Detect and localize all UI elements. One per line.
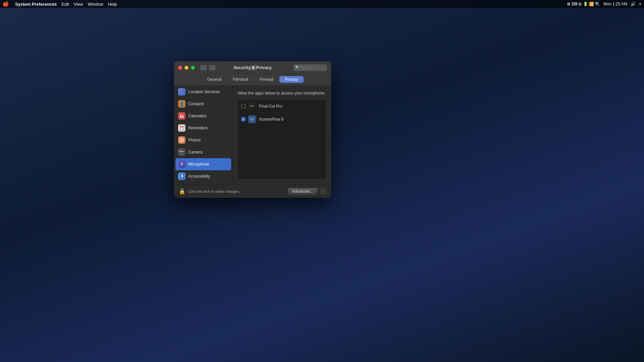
app-item-screenflow-8[interactable]: ✓ SF ScreenFlow 8 [238,113,326,126]
menubar-left: 🍎 System Preferences Edit View Window He… [3,1,117,7]
traffic-lights [178,66,195,70]
lock-icon[interactable]: 🔒 [179,188,185,194]
content-area: 📍 Location Services 👤 Contacts 📅 Calenda… [174,86,331,184]
sidebar-item-reminders[interactable]: ⏰ Reminders [174,122,232,134]
sidebar-label-camera: Camera [188,150,203,155]
menu-view[interactable]: View [74,2,83,7]
menubar-time: Mon 1:25 AM [603,2,627,6]
sidebar-label-location-services: Location Services [188,89,220,94]
main-panel: Allow the apps below to access your micr… [233,86,331,184]
microphone-icon: 🎙 [178,161,185,168]
screenflow-8-icon: SF [248,115,256,123]
sidebar-item-calendars[interactable]: 📅 Calendars [174,110,232,122]
sidebar-label-contacts: Contacts [188,102,204,106]
help-button[interactable]: ? [320,188,326,194]
search-wrapper: 🔍 [293,64,327,71]
reminders-icon: ⏰ [178,124,185,132]
menubar-right: 🖥 ⌨ ⊞ 🔋 📶 🔍 Mon 1:25 AM 🔊 ≡ [567,2,641,6]
sidebar-item-contacts[interactable]: 👤 Contacts [174,98,232,110]
app-checkbox-final-cut-pro[interactable] [241,104,246,108]
menubar-menu-extras[interactable]: ≡ [639,2,641,6]
contacts-icon: 👤 [178,100,185,108]
lock-text: Click the lock to make changes. [188,189,288,193]
sidebar-item-camera[interactable]: 📷 Camera [174,146,232,158]
final-cut-pro-icon [248,102,256,110]
tab-privacy[interactable]: Privacy [279,76,303,83]
search-icon: 🔍 [295,65,300,70]
menu-window[interactable]: Window [88,2,103,7]
sidebar-label-photos: Photos [188,138,201,142]
forward-button[interactable]: › [209,65,216,70]
tab-general[interactable]: General [202,76,227,83]
back-icon: ‹ [203,66,204,70]
calendars-icon: 📅 [178,112,185,120]
maximize-button[interactable] [191,66,195,70]
sidebar-label-accessibility: Accessibility [188,174,210,179]
app-name-screenflow-8: ScreenFlow 8 [259,117,283,122]
app-item-final-cut-pro[interactable]: Final Cut Pro [238,100,326,113]
titlebar: ‹ › ⊞ Security & Privacy 🔍 [174,61,331,74]
camera-icon: 📷 [178,148,185,156]
system-preferences-window: ‹ › ⊞ Security & Privacy 🔍 General FileV… [174,61,331,198]
advanced-button[interactable]: Advanced... [288,188,318,195]
app-name-final-cut-pro: Final Cut Pro [259,104,282,109]
sidebar-item-microphone[interactable]: 🎙 Microphone [175,158,231,170]
app-checkbox-screenflow-8[interactable]: ✓ [241,117,246,121]
sidebar-label-calendars: Calendars [188,114,207,118]
sidebar-item-location-services[interactable]: 📍 Location Services [174,86,232,98]
back-button[interactable]: ‹ [200,65,207,70]
window-title: Security & Privacy [233,65,272,70]
menu-help[interactable]: Help [108,2,117,7]
menubar-volume[interactable]: 🔊 [631,2,636,6]
apps-list: Final Cut Pro ✓ SF ScreenFlow 8 [237,100,326,180]
tab-firewall[interactable]: Firewall [254,76,279,83]
close-button[interactable] [178,66,182,70]
menu-edit[interactable]: Edit [61,2,69,7]
forward-icon: › [212,66,213,70]
photos-icon: 🌸 [178,136,185,144]
menubar-icons: 🖥 ⌨ ⊞ 🔋 📶 🔍 [567,2,600,6]
location-services-icon: 📍 [178,88,185,96]
footer: 🔒 Click the lock to make changes. Advanc… [174,184,331,198]
sidebar-item-accessibility[interactable]: ♿ Accessibility [174,170,232,182]
accessibility-icon: ♿ [178,173,185,180]
privacy-sidebar: 📍 Location Services 👤 Contacts 📅 Calenda… [174,86,233,184]
minimize-button[interactable] [184,66,189,70]
sidebar-label-reminders: Reminders [188,126,208,130]
main-description: Allow the apps below to access your micr… [237,90,326,96]
menubar: 🍎 System Preferences Edit View Window He… [0,0,644,8]
nav-controls: ‹ › [200,65,216,70]
app-name[interactable]: System Preferences [15,2,57,7]
sidebar-item-photos[interactable]: 🌸 Photos [174,134,232,146]
privacy-tabs: General FileVault Firewall Privacy [174,74,331,86]
apple-menu[interactable]: 🍎 [3,1,9,7]
sidebar-label-microphone: Microphone [188,162,209,167]
tab-filevault[interactable]: FileVault [227,76,254,83]
